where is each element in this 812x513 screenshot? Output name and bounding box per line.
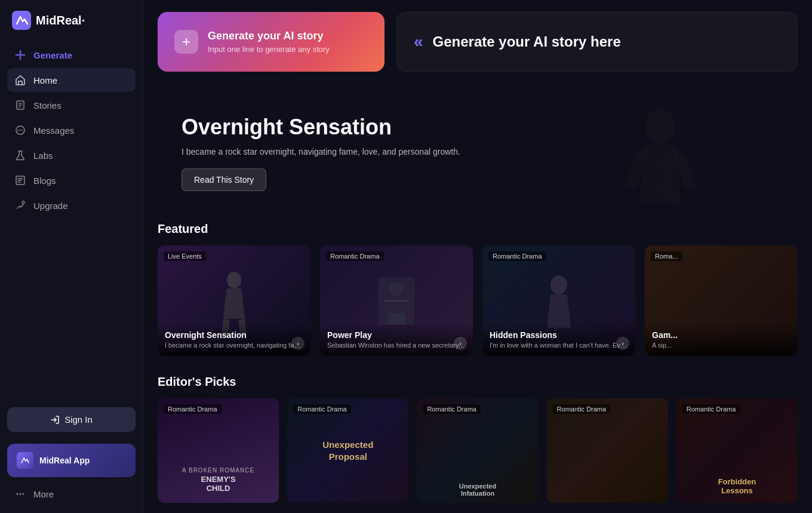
story-here-card[interactable]: « Generate your AI story here	[396, 12, 798, 72]
sidebar-item-home[interactable]: Home	[7, 68, 136, 92]
sign-in-button[interactable]: Sign In	[7, 407, 136, 432]
card-3-arrow: ›	[616, 337, 629, 350]
sidebar-label-stories: Stories	[33, 100, 61, 110]
sidebar-label-blogs: Blogs	[33, 176, 56, 186]
featured-story-section: Overnight Sensation I became a rock star…	[158, 91, 798, 203]
featured-card-3[interactable]: Romantic Drama Hidden Passions I'm in lo…	[482, 245, 635, 356]
card-2-title: Power Play	[327, 330, 466, 340]
ep-card-1-image: A BROKEN ROMANCE ENEMY'SCHILD	[158, 398, 279, 503]
sidebar-label-generate: Generate	[33, 50, 72, 60]
editors-picks-title: Editor's Picks	[158, 375, 798, 389]
ep-card-3-tag: Romantic Drama	[423, 404, 481, 414]
generate-title: Generate your AI story	[208, 30, 330, 42]
ep-card-2-image: UnexpectedProposal	[287, 398, 408, 503]
hero-banner: + Generate your AI story Input one line …	[158, 12, 798, 72]
sidebar-item-upgrade[interactable]: Upgrade	[7, 193, 136, 217]
card-3-desc: I'm in love with a woman that I can't ha…	[490, 342, 628, 349]
card-3-title: Hidden Passions	[490, 330, 628, 340]
sidebar-bottom: MidReal App More	[0, 437, 143, 513]
sidebar-item-stories[interactable]: Stories	[7, 93, 136, 117]
stories-icon	[14, 99, 26, 111]
sidebar-label-labs: Labs	[33, 150, 53, 161]
app-icon	[17, 452, 33, 469]
featured-cards-row: Live Events Overnight Sensation I became…	[158, 245, 798, 356]
card-1-tag-top: Live Events	[164, 251, 206, 261]
card-4-overlay: Gam... A sip...	[645, 323, 798, 356]
card-3-tag-top: Romantic Drama	[488, 251, 546, 261]
editors-card-5[interactable]: ForbiddenLessons Romantic Drama	[676, 398, 798, 503]
sign-in-label: Sign In	[64, 414, 93, 425]
featured-story-description: I became a rock star overnight, navigati…	[182, 147, 480, 156]
editors-picks-row: A BROKEN ROMANCE ENEMY'SCHILD Romantic D…	[158, 398, 798, 503]
card-4-desc: A sip...	[652, 342, 791, 349]
chevron-double-icon: «	[414, 32, 423, 51]
sidebar-label-home: Home	[33, 75, 57, 85]
ep-card-4-image	[547, 398, 668, 503]
card-2-tag-top: Romantic Drama	[326, 251, 384, 261]
generate-card-text: Generate your AI story Input one line to…	[208, 30, 330, 54]
labs-icon	[14, 149, 26, 161]
card-4-title: Gam...	[652, 330, 791, 340]
card-1-title: Overnight Sensation	[165, 330, 303, 340]
svg-point-8	[21, 130, 23, 131]
messages-icon	[14, 124, 26, 136]
featured-card-1[interactable]: Live Events Overnight Sensation I became…	[158, 245, 310, 356]
sidebar-label-messages: Messages	[33, 125, 74, 136]
card-3-overlay: Hidden Passions I'm in love with a woman…	[482, 323, 635, 356]
ep-card-5-image: ForbiddenLessons	[676, 398, 798, 503]
card-2-desc: Sebastian Winston has hired a new secret…	[327, 342, 466, 349]
svg-point-19	[389, 282, 404, 296]
editors-card-1[interactable]: A BROKEN ROMANCE ENEMY'SCHILD Romantic D…	[158, 398, 279, 503]
ep-card-1-tag: Romantic Drama	[164, 404, 222, 414]
editors-card-2[interactable]: UnexpectedProposal Romantic Drama	[287, 398, 408, 503]
main-content: + Generate your AI story Input one line …	[143, 0, 812, 513]
card-1-arrow: ›	[291, 337, 304, 350]
app-button-label: MidReal App	[39, 456, 90, 465]
generate-icon	[14, 49, 26, 61]
sidebar-item-generate[interactable]: Generate	[7, 43, 136, 67]
read-story-button[interactable]: Read This Story	[182, 168, 266, 191]
sidebar: MidReal· Generate Home	[0, 0, 143, 513]
featured-card-2[interactable]: Romantic Drama Power Play Sebastian Wins…	[320, 245, 473, 356]
svg-point-6	[18, 130, 19, 131]
sidebar-label-upgrade: Upgrade	[33, 201, 68, 211]
svg-point-15	[23, 493, 24, 495]
featured-story-title: Overnight Sensation	[182, 115, 774, 140]
sidebar-item-blogs[interactable]: Blogs	[7, 168, 136, 192]
ep-card-4-tag: Romantic Drama	[553, 404, 611, 414]
more-label: More	[33, 489, 54, 499]
svg-point-14	[20, 493, 21, 495]
sidebar-nav: Generate Home Stories	[0, 38, 143, 407]
home-icon	[14, 74, 26, 86]
blogs-icon	[14, 174, 26, 186]
card-2-arrow: ›	[454, 337, 467, 350]
logo-text: MidReal·	[36, 14, 85, 27]
svg-point-17	[227, 272, 241, 288]
story-here-text: Generate your AI story here	[433, 33, 621, 50]
sign-in-icon	[50, 415, 60, 425]
ep-card-3-image: UnexpectedInfatuation	[417, 398, 538, 503]
logo-icon	[12, 11, 31, 30]
card-1-overlay: Overnight Sensation I became a rock star…	[158, 323, 310, 356]
logo[interactable]: MidReal·	[0, 0, 143, 38]
featured-section-header: Featured	[158, 222, 798, 236]
sidebar-item-messages[interactable]: Messages	[7, 118, 136, 142]
svg-point-7	[20, 130, 21, 131]
card-4-tag-top: Roma...	[651, 251, 682, 261]
upgrade-icon	[14, 199, 26, 211]
ep-card-5-tag: Romantic Drama	[682, 404, 740, 414]
more-icon	[14, 488, 26, 500]
midreal-app-button[interactable]: MidReal App	[7, 444, 136, 477]
sidebar-item-labs[interactable]: Labs	[7, 143, 136, 167]
editors-card-3[interactable]: UnexpectedInfatuation Romantic Drama	[417, 398, 538, 503]
plus-icon: +	[174, 30, 198, 54]
editors-card-4[interactable]: Romantic Drama	[547, 398, 668, 503]
card-1-desc: I became a rock star overnight, navigati…	[165, 342, 303, 349]
svg-point-13	[17, 493, 19, 495]
more-button[interactable]: More	[7, 482, 136, 506]
svg-point-11	[22, 201, 24, 204]
generate-card[interactable]: + Generate your AI story Input one line …	[158, 12, 385, 72]
card-2-overlay: Power Play Sebastian Winston has hired a…	[320, 323, 473, 356]
svg-point-20	[550, 275, 567, 294]
featured-card-4[interactable]: Roma... Gam... A sip...	[645, 245, 798, 356]
